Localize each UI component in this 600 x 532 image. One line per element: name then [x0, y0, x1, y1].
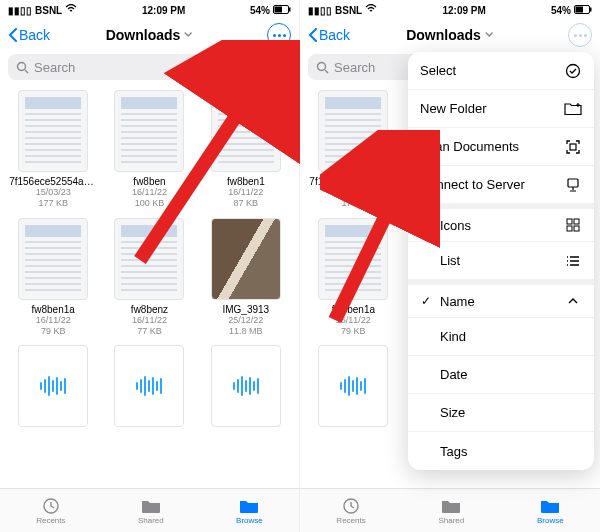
screen-left: ▮▮▯▯ BSNL 12:09 PM 54% Back Downloads	[0, 0, 300, 532]
menu-scan-documents[interactable]: Scan Documents	[408, 128, 594, 166]
search-placeholder: Search	[334, 60, 375, 75]
more-button[interactable]	[267, 23, 291, 47]
file-item[interactable]	[306, 341, 401, 427]
title-dropdown[interactable]: Downloads	[106, 27, 194, 43]
file-item[interactable]: fw8ben116/11/2287 KB	[199, 86, 293, 210]
clock: 12:09 PM	[442, 5, 485, 16]
ellipsis-icon	[273, 34, 286, 37]
tab-bar: Recents Shared Browse	[300, 488, 600, 532]
chevron-down-icon	[484, 30, 494, 40]
battery-icon	[273, 5, 291, 16]
page-title: Downloads	[106, 27, 181, 43]
folder-icon	[539, 497, 561, 515]
menu-new-folder[interactable]: New Folder	[408, 90, 594, 128]
svg-rect-12	[568, 179, 578, 187]
file-item[interactable]	[6, 341, 100, 427]
menu-connect-server[interactable]: Connect to Server	[408, 166, 594, 204]
svg-rect-13	[567, 219, 572, 224]
file-item[interactable]: fw8ben1a16/11/2279 KB	[306, 214, 401, 338]
folder-person-icon	[140, 497, 162, 515]
menu-sort-kind[interactable]: Kind	[408, 318, 594, 356]
status-bar: ▮▮▯▯ BSNL 12:09 PM 54%	[0, 0, 299, 18]
file-item[interactable]	[199, 341, 293, 427]
search-input[interactable]: Search	[8, 54, 291, 80]
svg-rect-11	[570, 144, 576, 150]
folder-icon	[238, 497, 260, 515]
file-thumbnail	[18, 218, 88, 300]
svg-rect-15	[567, 226, 572, 231]
file-thumbnail	[318, 218, 388, 300]
more-button[interactable]	[568, 23, 592, 47]
menu-sort-name[interactable]: ✓Name	[408, 280, 594, 318]
scan-icon	[564, 138, 582, 156]
carrier-label: BSNL	[35, 5, 62, 16]
tab-shared[interactable]: Shared	[138, 497, 164, 525]
tab-browse[interactable]: Browse	[537, 497, 564, 525]
file-thumbnail	[318, 345, 388, 427]
menu-view-icons[interactable]: ✓Icons	[408, 204, 594, 242]
battery-icon	[574, 5, 592, 16]
file-thumbnail	[114, 218, 184, 300]
folder-plus-icon	[564, 100, 582, 118]
waveform-icon	[233, 376, 259, 396]
waveform-icon	[136, 376, 162, 396]
svg-rect-14	[574, 219, 579, 224]
file-item[interactable]	[102, 341, 196, 427]
list-icon	[564, 252, 582, 270]
waveform-icon	[340, 376, 366, 396]
menu-view-list[interactable]: List	[408, 242, 594, 280]
file-item[interactable]: IMG_391325/12/2211.8 MB	[199, 214, 293, 338]
clock-icon	[340, 497, 362, 515]
menu-sort-size[interactable]: Size	[408, 394, 594, 432]
grid-icon	[564, 216, 582, 234]
tab-bar: Recents Shared Browse	[0, 488, 299, 532]
signal-icon: ▮▮▯▯	[8, 5, 32, 16]
chevron-up-icon	[564, 292, 582, 310]
svg-rect-16	[574, 226, 579, 231]
file-grid: 7f156ece52554a5...739715/03/23177 KB fw8…	[0, 86, 299, 488]
file-thumbnail	[211, 90, 281, 172]
battery-label: 54%	[250, 5, 270, 16]
svg-rect-7	[590, 7, 592, 11]
file-thumbnail	[18, 90, 88, 172]
back-label: Back	[19, 27, 50, 43]
menu-select[interactable]: Select	[408, 52, 594, 90]
waveform-icon	[40, 376, 66, 396]
file-thumbnail	[318, 90, 388, 172]
search-icon	[16, 61, 29, 74]
back-button[interactable]: Back	[8, 27, 50, 43]
search-icon	[316, 61, 329, 74]
chevron-left-icon	[8, 28, 18, 42]
svg-point-10	[567, 64, 580, 77]
file-item[interactable]: fw8ben16/11/22100 KB	[102, 86, 196, 210]
menu-sort-tags[interactable]: Tags	[408, 432, 594, 470]
clock: 12:09 PM	[142, 5, 185, 16]
tab-recents[interactable]: Recents	[336, 497, 365, 525]
ellipsis-icon	[574, 34, 587, 37]
checkmark-circle-icon	[564, 62, 582, 80]
svg-rect-6	[575, 6, 583, 12]
menu-sort-date[interactable]: Date	[408, 356, 594, 394]
page-title: Downloads	[406, 27, 481, 43]
file-item[interactable]: 7f156ece52554a5...739715/03/177 K	[306, 86, 401, 210]
tab-browse[interactable]: Browse	[236, 497, 263, 525]
chevron-left-icon	[308, 28, 318, 42]
file-item[interactable]: fw8ben1a16/11/2279 KB	[6, 214, 100, 338]
svg-rect-1	[274, 6, 282, 12]
svg-point-8	[318, 62, 326, 70]
battery-label: 54%	[551, 5, 571, 16]
file-thumbnail	[18, 345, 88, 427]
carrier-label: BSNL	[335, 5, 362, 16]
wifi-icon	[365, 4, 377, 16]
title-dropdown[interactable]: Downloads	[406, 27, 494, 43]
context-menu: Select New Folder Scan Documents Connect…	[408, 52, 594, 470]
file-item[interactable]: fw8benz16/11/2277 KB	[102, 214, 196, 338]
file-thumbnail	[114, 345, 184, 427]
tab-shared[interactable]: Shared	[438, 497, 464, 525]
search-placeholder: Search	[34, 60, 75, 75]
file-item[interactable]: 7f156ece52554a5...739715/03/23177 KB	[6, 86, 100, 210]
clock-icon	[40, 497, 62, 515]
tab-recents[interactable]: Recents	[36, 497, 65, 525]
back-button[interactable]: Back	[308, 27, 350, 43]
nav-bar: Back Downloads	[0, 18, 299, 52]
